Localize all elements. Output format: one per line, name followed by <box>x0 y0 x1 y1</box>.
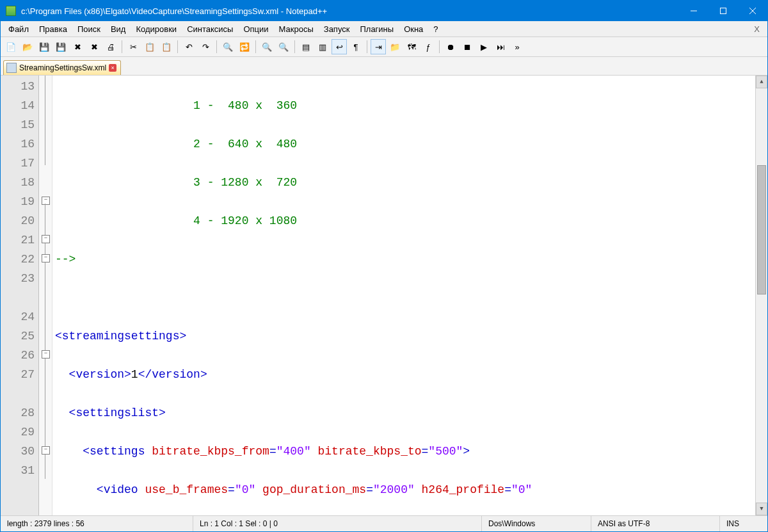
menu-edit[interactable]: Правка <box>34 23 72 35</box>
svg-rect-1 <box>721 8 726 14</box>
app-window: c:\Program Files (x86)\Elgato\VideoCaptu… <box>0 0 768 532</box>
fold-toggle-icon[interactable]: − <box>42 235 50 243</box>
maximize-button[interactable] <box>708 1 738 21</box>
fold-toggle-icon[interactable]: − <box>42 254 50 262</box>
doc-map-icon[interactable]: 🗺 <box>404 39 419 54</box>
sync-h-icon[interactable]: ▥ <box>315 39 330 54</box>
vertical-scrollbar[interactable]: ▲ ▼ <box>755 76 767 515</box>
menu-macros[interactable]: Макросы <box>274 23 319 35</box>
menu-search[interactable]: Поиск <box>72 23 106 35</box>
file-icon <box>6 63 17 73</box>
stop-macro-icon[interactable]: ⏹ <box>460 39 475 54</box>
menu-plugins[interactable]: Плагины <box>355 23 399 35</box>
show-all-chars-icon[interactable]: ¶ <box>348 39 364 54</box>
redo-icon[interactable]: ↷ <box>198 39 213 54</box>
undo-icon[interactable]: ↶ <box>181 39 196 54</box>
copy-icon[interactable]: 📋 <box>142 39 157 54</box>
fold-column: − − − − − <box>39 76 52 515</box>
line-number-gutter: 13141516171819202122232425262728293031 <box>1 76 39 515</box>
app-icon <box>6 6 16 16</box>
replace-icon[interactable]: 🔁 <box>237 39 252 54</box>
tab-label: StreamingSettingsSw.xml <box>19 63 106 72</box>
menubar: Файл Правка Поиск Вид Кодировки Синтакси… <box>1 21 767 37</box>
save-all-icon[interactable]: 💾 <box>53 39 68 54</box>
menu-syntax[interactable]: Синтаксисы <box>182 23 238 35</box>
folder-as-workspace-icon[interactable]: 📁 <box>387 39 403 54</box>
code-area[interactable]: 1 - 480 x 360 2 - 640 x 480 3 - 1280 x 7… <box>52 76 755 515</box>
menu-close-x[interactable]: X <box>749 23 765 35</box>
menu-encoding[interactable]: Кодировки <box>131 23 182 35</box>
fold-toggle-icon[interactable]: − <box>42 350 50 359</box>
print-icon[interactable]: 🖨 <box>103 39 118 54</box>
record-macro-icon[interactable]: ⏺ <box>443 39 458 54</box>
menu-windows[interactable]: Окна <box>399 23 428 35</box>
zoom-out-icon[interactable]: 🔍 <box>276 39 291 54</box>
minimize-button[interactable] <box>679 1 708 21</box>
tab-active[interactable]: StreamingSettingsSw.xml × <box>3 60 121 75</box>
toolbar-overflow-icon[interactable]: » <box>509 39 525 54</box>
status-eol: Dos\Windows <box>482 516 591 531</box>
menu-file[interactable]: Файл <box>3 23 34 35</box>
status-encoding: ANSI as UTF-8 <box>591 516 720 531</box>
toolbar: 📄 📂 💾 💾 ✖ ✖ 🖨 ✂ 📋 📋 ↶ ↷ 🔍 🔁 🔍 🔍 ▤ ▥ ↩ ¶ … <box>1 37 767 57</box>
play-multi-icon[interactable]: ⏭ <box>493 39 508 54</box>
tab-close-icon[interactable]: × <box>109 64 116 72</box>
new-file-icon[interactable]: 📄 <box>3 39 19 54</box>
status-position: Ln : 1 Col : 1 Sel : 0 | 0 <box>193 516 482 531</box>
cut-icon[interactable]: ✂ <box>125 39 141 54</box>
menu-options[interactable]: Опции <box>238 23 273 35</box>
close-all-icon[interactable]: ✖ <box>86 39 102 54</box>
tabbar: StreamingSettingsSw.xml × <box>1 57 767 76</box>
scroll-up-icon[interactable]: ▲ <box>756 76 767 88</box>
editor[interactable]: 13141516171819202122232425262728293031 −… <box>1 76 767 515</box>
menu-run[interactable]: Запуск <box>319 23 355 35</box>
zoom-in-icon[interactable]: 🔍 <box>259 39 275 54</box>
function-list-icon[interactable]: ƒ <box>420 39 436 54</box>
menu-view[interactable]: Вид <box>106 23 131 35</box>
titlebar[interactable]: c:\Program Files (x86)\Elgato\VideoCaptu… <box>1 1 767 21</box>
fold-toggle-icon[interactable]: − <box>42 197 50 205</box>
status-insert-mode: INS <box>720 516 767 531</box>
open-file-icon[interactable]: 📂 <box>20 39 35 54</box>
paste-icon[interactable]: 📋 <box>159 39 174 54</box>
wrap-icon[interactable]: ↩ <box>332 39 347 54</box>
play-macro-icon[interactable]: ▶ <box>476 39 492 54</box>
close-button[interactable] <box>738 1 767 21</box>
sync-v-icon[interactable]: ▤ <box>298 39 314 54</box>
scroll-thumb[interactable] <box>757 165 766 294</box>
statusbar: length : 2379 lines : 56 Ln : 1 Col : 1 … <box>1 515 767 531</box>
fold-toggle-icon[interactable]: − <box>42 446 50 455</box>
find-icon[interactable]: 🔍 <box>220 39 236 54</box>
status-length: length : 2379 lines : 56 <box>1 516 193 531</box>
scroll-down-icon[interactable]: ▼ <box>756 503 767 515</box>
close-file-icon[interactable]: ✖ <box>70 39 85 54</box>
window-title: c:\Program Files (x86)\Elgato\VideoCaptu… <box>21 6 679 16</box>
menu-help[interactable]: ? <box>428 23 443 35</box>
save-icon[interactable]: 💾 <box>36 39 52 54</box>
indent-guide-icon[interactable]: ⇥ <box>371 39 386 54</box>
